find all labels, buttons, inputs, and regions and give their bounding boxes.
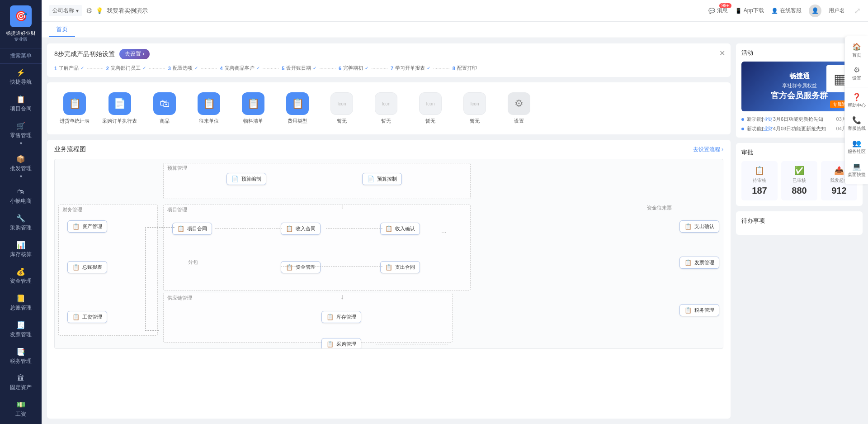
demo-link[interactable]: 我要看实例演示 <box>107 7 148 15</box>
service-button[interactable]: 👤 在线客服 <box>771 7 802 14</box>
activity-list: 新功能|业财3月6日功能更新抢先知 03月06日 新功能|业财4月03日功能更新… <box>741 116 857 132</box>
icon-zanwu4[interactable]: Icon 暂无 <box>454 88 495 129</box>
jinhuodan-label: 进货单统计表 <box>60 118 90 124</box>
icon-zanwu1[interactable]: Icon 暂无 <box>321 88 362 129</box>
dashed-vert <box>145 227 146 331</box>
dot-icon-1 <box>741 118 744 121</box>
pending-label: 待审核 <box>744 177 775 184</box>
icon-wuliaoqingdan[interactable]: 📋 物料清单 <box>233 88 274 129</box>
caigou-icon: 🔧 <box>16 214 25 223</box>
icon-shangpin[interactable]: 🛍 商品 <box>144 88 185 129</box>
expand-icon[interactable]: ⤢ <box>854 6 861 16</box>
zanwu1-label: 暂无 <box>337 118 347 124</box>
approved-num: 880 <box>784 186 815 196</box>
tabbar: 首页 <box>42 22 868 38</box>
pending-num: 187 <box>744 186 775 196</box>
node-fapiao-guanli[interactable]: 📋 发票管理 <box>679 257 719 269</box>
step-3: 3 配置选项 ✓ <box>168 65 198 71</box>
company-selector[interactable]: 公司名称 ▾ <box>49 5 82 16</box>
group-xiangmu-label: 项目管理 <box>164 205 470 214</box>
rs-item-community[interactable]: 👥 服务社区 <box>845 136 868 157</box>
icon-caigoudanding[interactable]: 📄 采购订单执行表 <box>99 88 141 129</box>
activity-item-1: 新功能|业财3月6日功能更新抢先知 03月06日 <box>741 116 857 123</box>
rs-label-settings: 设置 <box>852 75 861 81</box>
icon-jinhuodan[interactable]: 📋 进货单统计表 <box>54 88 95 129</box>
content-main: 8步完成产品初始设置 去设置 › ✕ 1 了解产品 ✓ ············… <box>47 43 731 419</box>
close-icon[interactable]: ✕ <box>719 49 725 57</box>
content-area: 8步完成产品初始设置 去设置 › ✕ 1 了解产品 ✓ ············… <box>42 38 868 424</box>
shouru-queren-icon: 📋 <box>385 225 392 232</box>
user-avatar[interactable]: 👤 <box>809 5 821 17</box>
node-kucun-guanli[interactable]: 📋 库存管理 <box>321 311 361 323</box>
user-name: 用户名 <box>829 7 845 14</box>
group-yusuan-label: 预算管理 <box>164 163 470 173</box>
sidebar-item-label: 工资 <box>15 410 26 418</box>
icon-wanglaidanwei[interactable]: 📋 往来单位 <box>189 88 229 129</box>
help-icon: ❓ <box>852 93 861 101</box>
sidebar-item-kuaijie[interactable]: ⚡ 快捷导航 <box>0 64 42 91</box>
activity-text-1: 新功能|业财3月6日功能更新抢先知 <box>747 116 834 123</box>
flow-settings-link[interactable]: 去设置流程 › <box>693 146 723 153</box>
sidebar-search[interactable]: 搜索菜单 <box>0 48 42 64</box>
node-zhichu-queren[interactable]: 📋 支出合同 <box>380 261 420 273</box>
node-xiangmu-hetong[interactable]: 📋 项目合同 <box>172 223 212 235</box>
group-caiwu-label: 财务管理 <box>59 205 157 214</box>
rs-item-home[interactable]: 🏠 首页 <box>845 40 868 61</box>
icon-feiyongleixing[interactable]: 📋 费用类型 <box>277 88 318 129</box>
rs-label-help: 帮助中心 <box>848 102 866 109</box>
zanwu2-label: 暂无 <box>381 118 391 124</box>
rs-item-service[interactable]: 📞 客服热线 <box>845 113 868 134</box>
node-gongzi[interactable]: 📋 工资管理 <box>67 311 107 323</box>
approved-label: 已审核 <box>784 177 815 184</box>
node-yusuan-bianzhi[interactable]: 📄 预算编制 <box>226 173 266 185</box>
node-zongzhang[interactable]: 📋 总账报表 <box>67 261 107 273</box>
rs-item-help[interactable]: ❓ 帮助中心 <box>845 90 868 111</box>
sidebar-item-xiaochang[interactable]: 🛍 小畅电商 <box>0 183 42 210</box>
sidebar-item-label: 小畅电商 <box>10 197 32 205</box>
gear-icon[interactable]: ⚙ <box>86 6 92 15</box>
go-settings-button[interactable]: 去设置 › <box>119 49 150 59</box>
tab-home[interactable]: 首页 <box>49 23 75 37</box>
icon-zanwu2[interactable]: Icon 暂无 <box>366 88 406 129</box>
node-shouru-hetong[interactable]: 📋 收入合同 <box>281 223 321 235</box>
sidebar-item-pifa[interactable]: 📦 批发管理 ▾ <box>0 150 42 183</box>
node-zijin-guanli[interactable]: 📋 支出确认 <box>679 220 719 233</box>
sidebar-item-zongzhang[interactable]: 📒 总账管理 <box>0 290 42 316</box>
node-zhichu-hetong[interactable]: 📋 资金管理 <box>281 261 321 273</box>
sidebar-item-lingshou[interactable]: 🛒 零售管理 ▾ <box>0 117 42 150</box>
setup-steps: 1 了解产品 ✓ ············ 2 完善部门员工 ✓ ·······… <box>54 65 723 71</box>
sidebar-item-shuiwu[interactable]: 📑 税务管理 <box>0 343 42 370</box>
node-shouru-queren[interactable]: 📋 收入确认 <box>380 223 420 235</box>
sidebar-item-gongzi[interactable]: 💵 工资 <box>0 396 42 423</box>
stat-approved[interactable]: ✅ 已审核 880 <box>781 161 817 200</box>
todo-title: 待办事项 <box>741 217 857 225</box>
todo-card: 待办事项 <box>736 211 863 235</box>
sidebar-item-xiangmu[interactable]: 📋 项目合同 <box>0 91 42 117</box>
node-shuiwu-guanli[interactable]: 📋 税务管理 <box>679 304 719 316</box>
app-download-button[interactable]: 📱 App下载 <box>735 7 764 14</box>
sidebar-item-gudingzichan[interactable]: 🏛 固定资产 <box>0 370 42 396</box>
gudingzichan-icon: 🏛 <box>17 374 24 382</box>
approval-stats: 📋 待审核 187 ✅ 已审核 880 📤 我发起的 912 <box>741 161 857 200</box>
icon-zanwu3[interactable]: Icon 暂无 <box>410 88 451 129</box>
group-gongying-label: 供应链管理 <box>164 293 452 303</box>
group-yusuan: 预算管理 <box>163 163 471 199</box>
sidebar-item-zijin[interactable]: 💰 资金管理 <box>0 263 42 290</box>
dashed-shouru-queren <box>326 229 382 229</box>
rs-item-desktop[interactable]: 💻 桌面快捷 <box>845 159 868 181</box>
sidebar-item-caigou[interactable]: 🔧 采购管理 <box>0 210 42 236</box>
zanwu3-icon-box: Icon <box>419 92 442 115</box>
sidebar-item-fapiao[interactable]: 🧾 发票管理 <box>0 316 42 343</box>
logo-text: 畅捷通好业财 <box>4 30 38 36</box>
fenbo-label: 分包 <box>188 259 198 266</box>
rs-item-settings[interactable]: ⚙ 设置 <box>845 63 868 84</box>
stat-pending[interactable]: 📋 待审核 187 <box>741 161 778 200</box>
node-zichan[interactable]: 📋 资产管理 <box>67 220 107 233</box>
sidebar-item-kucun[interactable]: 📊 库存核算 <box>0 236 42 263</box>
node-caigou-guanli[interactable]: 📋 采购管理 <box>321 338 361 349</box>
avatar-icon: 👤 <box>811 7 819 14</box>
message-icon: 💬 <box>708 8 715 14</box>
node-yusuan-kongzhi[interactable]: 📄 预算控制 <box>362 173 402 185</box>
icon-shezhi[interactable]: ⚙ 设置 <box>499 88 539 129</box>
message-button[interactable]: 💬 消息 99+ <box>708 7 728 14</box>
